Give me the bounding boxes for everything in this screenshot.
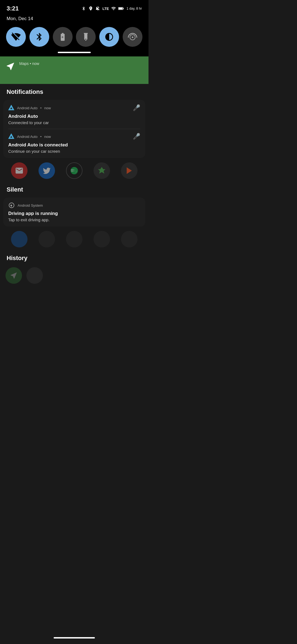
svg-point-11 — [71, 236, 78, 242]
system-app-name: Android System — [18, 203, 43, 208]
hotspot-icon — [128, 32, 137, 42]
maps-notification-header: Maps • now — [19, 61, 143, 66]
svg-rect-1 — [123, 8, 124, 9]
status-bar: 3:21 LTE 1 day, 8 hr — [0, 0, 148, 14]
bg-app-2-1 — [11, 231, 28, 247]
maps-notification[interactable]: Maps • now — [0, 56, 148, 84]
wifi-toggle[interactable] — [6, 27, 26, 47]
svg-point-13 — [126, 236, 133, 242]
bg-app-2-5 — [121, 231, 138, 247]
card-divider — [8, 129, 140, 129]
bg-app-2-3 — [66, 231, 82, 247]
svg-point-10 — [44, 236, 50, 242]
drag-handle-container — [0, 52, 148, 56]
hotspot-toggle[interactable] — [123, 27, 142, 47]
system-notif-title: Driving app is running — [8, 211, 140, 216]
status-time: 3:21 — [7, 5, 19, 12]
bluetooth-icon — [35, 32, 44, 42]
bg-apps-row-2 — [0, 228, 148, 250]
android-auto-icon-1 — [8, 105, 14, 111]
lte-indicator: LTE — [103, 7, 109, 11]
bg-app-twitter — [38, 162, 55, 179]
notif-title-1: Android Auto — [8, 114, 140, 119]
battery-text: 1 day, 8 hr — [127, 7, 142, 10]
silent-section-header: Silent — [0, 182, 148, 196]
maps-time: • — [30, 61, 32, 66]
maps-app-name: Maps — [19, 61, 29, 66]
location-status-icon — [88, 6, 93, 11]
date-row: Mon, Dec 14 — [0, 14, 148, 24]
bell-off-status-icon — [95, 6, 100, 11]
date-text: Mon, Dec 14 — [7, 16, 33, 21]
signal-icon — [111, 6, 116, 11]
battery-saver-toggle[interactable] — [53, 27, 73, 47]
driving-icon — [8, 202, 15, 209]
notifications-section-header: Notifications — [0, 84, 148, 98]
system-notif-header: Android System — [8, 202, 140, 209]
notif-header-2: Android Auto • now 🎤 — [8, 133, 140, 140]
mic-icon-2[interactable]: 🎤 — [133, 133, 140, 140]
svg-marker-8 — [127, 167, 132, 174]
android-auto-notif-1[interactable]: Android Auto • now 🎤 Android Auto Connec… — [8, 104, 140, 125]
notif-app-name-2: Android Auto — [17, 135, 37, 139]
bg-app-2-2 — [38, 231, 55, 247]
android-system-notification[interactable]: Android System Driving app is running Ta… — [3, 198, 145, 227]
history-app-2 — [26, 267, 43, 284]
battery-plus-icon — [58, 32, 67, 42]
maps-notification-icon — [6, 61, 15, 71]
contrast-icon — [105, 32, 114, 42]
flashlight-toggle[interactable] — [76, 27, 96, 47]
notif-app-name-1: Android Auto — [17, 106, 37, 110]
notif-time-val-2: now — [44, 135, 51, 139]
bg-app-2-4 — [94, 231, 110, 247]
android-auto-notification-group[interactable]: Android Auto • now 🎤 Android Auto Connec… — [3, 100, 145, 158]
history-app-1 — [6, 267, 22, 284]
notif-time-2: • — [40, 135, 42, 139]
maps-notif-time: now — [32, 61, 39, 66]
notif-title-2: Android Auto is connected — [8, 142, 140, 148]
history-apps-row — [0, 264, 148, 286]
android-auto-notif-2[interactable]: Android Auto • now 🎤 Android Auto is con… — [8, 133, 140, 154]
quick-toggles-row — [0, 24, 148, 52]
notif-body-2: Continue on your car screen — [8, 149, 140, 154]
notif-header-left-2: Android Auto • now — [8, 133, 51, 140]
notif-header-1: Android Auto • now 🎤 — [8, 104, 140, 111]
bg-apps-row-1 — [0, 160, 148, 182]
history-section-header: History — [0, 250, 148, 264]
drag-handle[interactable] — [58, 52, 91, 53]
svg-point-9 — [16, 236, 23, 242]
system-notif-body: Tap to exit driving app. — [8, 217, 140, 222]
notif-time-1: • — [40, 106, 42, 110]
contrast-toggle[interactable] — [99, 27, 119, 47]
notif-header-left-1: Android Auto • now — [8, 105, 51, 111]
svg-point-7 — [71, 167, 78, 174]
svg-rect-2 — [119, 8, 123, 10]
notif-time-val-1: now — [44, 106, 51, 110]
android-auto-icon-2 — [8, 133, 14, 140]
svg-point-14 — [32, 272, 38, 279]
bg-app-pinwheel — [94, 162, 110, 179]
bg-app-spotify — [66, 162, 82, 179]
battery-icon — [118, 7, 124, 10]
flashlight-icon — [81, 32, 90, 42]
svg-point-12 — [99, 236, 105, 242]
notif-body-1: Connected to your car — [8, 120, 140, 125]
bluetooth-toggle[interactable] — [29, 27, 49, 47]
maps-notification-content: Maps • now — [19, 61, 143, 67]
bg-app-gmail — [11, 162, 28, 179]
wifi-off-icon — [11, 32, 21, 42]
mic-icon-1[interactable]: 🎤 — [133, 104, 140, 111]
bluetooth-status-icon — [81, 6, 86, 11]
bg-app-play — [121, 162, 138, 179]
status-icons: LTE 1 day, 8 hr — [81, 6, 142, 11]
